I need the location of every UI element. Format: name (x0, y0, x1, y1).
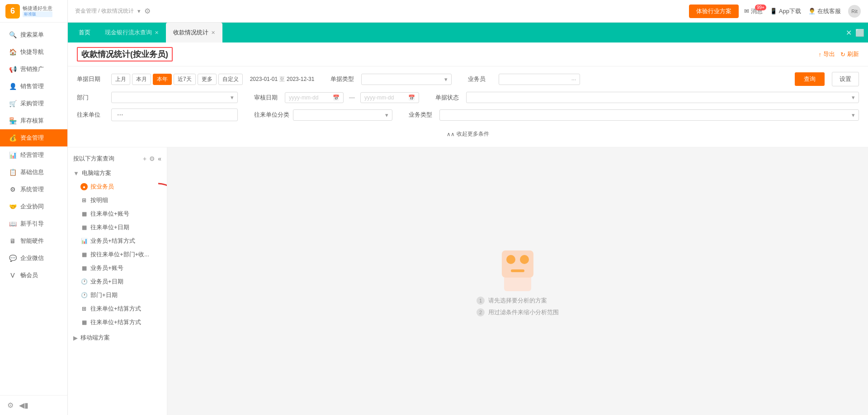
messages-btn[interactable]: ✉ 消息 99+ (744, 7, 763, 15)
breadcrumb-dropdown-icon[interactable]: ▾ (137, 8, 141, 14)
settings-bottom-icon[interactable]: ⚙ (7, 401, 14, 410)
refresh-btn[interactable]: ↻ 刷新 (840, 50, 859, 58)
scheme-item-dept-date[interactable]: 🕐 部门+日期 (68, 288, 167, 302)
biz-type-select[interactable]: ▾ (439, 109, 859, 121)
detail-scheme-icon: ⊞ (80, 197, 88, 204)
scheme-item-salesperson-settlement[interactable]: 📊 业务员+结算方式 (68, 234, 167, 248)
sidebar-item-enterprise[interactable]: 🤝 企业协同 (0, 198, 67, 215)
sidebar-item-basic[interactable]: 📋 基础信息 (0, 164, 67, 181)
sidebar-nav: 🔍 搜索菜单 🏠 快捷导航 📢 营销推广 👤 销售管理 🛒 采购管理 🏪 库存核… (0, 23, 67, 395)
scheme-item-salesperson-account[interactable]: ▦ 业务员+账号 (68, 261, 167, 275)
home-icon: 🏠 (9, 48, 17, 56)
vip-icon: V (9, 271, 17, 279)
tab-bank[interactable]: 现金银行流水查询 ✕ (98, 23, 166, 42)
collapse-sidebar-icon[interactable]: ◀▮ (19, 401, 28, 410)
online-service-btn[interactable]: 👨‍💼 在线客服 (808, 7, 841, 15)
sidebar-item-wechat[interactable]: 💬 企业微信 (0, 250, 67, 267)
collapse-bar[interactable]: ∧∧ 收起更多条件 (77, 127, 859, 141)
partner-select[interactable]: ··· (111, 108, 238, 121)
sidebar-item-sales[interactable]: 👤 销售管理 (0, 78, 67, 95)
service-icon: 👨‍💼 (808, 8, 816, 14)
inventory-icon: 🏪 (9, 117, 17, 125)
scheme-item-partner-account[interactable]: ▦ 往来单位+账号 (68, 207, 167, 221)
salesperson-settlement-icon: 📊 (80, 237, 88, 245)
date-btn-custom[interactable]: 自定义 (218, 74, 243, 85)
doc-status-select[interactable]: ▾ (466, 92, 859, 103)
pc-scheme-section: ▼ 电脑端方案 ● 按业务员 ⊞ 按明细 ▦ 往来单位+账号 (68, 166, 167, 329)
biz-type-label: 业务类型 (409, 111, 436, 119)
page-header: 收款情况统计(按业务员) ↑ 导出 ↻ 刷新 (68, 42, 868, 66)
query-btn[interactable]: 查询 (795, 72, 825, 86)
guide-icon: 📖 (9, 220, 17, 228)
sidebar-item-hardware[interactable]: 🖥 智能硬件 (0, 232, 67, 250)
scheme-item-partner-settle1[interactable]: ⊞ 往来单位+结算方式 (68, 302, 167, 316)
logo-area: 6 畅捷通好生意 标准版 (0, 0, 67, 23)
topbar-settings-icon[interactable]: ⚙ (144, 7, 151, 15)
doc-type-arrow-icon: ▾ (444, 76, 448, 83)
tab-bank-close[interactable]: ✕ (155, 30, 159, 36)
sidebar-item-marketing[interactable]: 📢 营销推广 (0, 61, 67, 78)
export-btn[interactable]: ↑ 导出 (819, 50, 835, 58)
sidebar-item-vip[interactable]: V 畅会员 (0, 267, 67, 284)
partner-cat-label: 往来单位分类 (254, 111, 289, 119)
active-scheme-dot: ● (80, 183, 88, 190)
department-label: 部门 (77, 94, 104, 102)
tabbar: 首页 现金银行流水查询 ✕ 收款情况统计 ✕ ✕ ⬜ (68, 23, 868, 42)
department-select[interactable]: ▾ (111, 92, 238, 103)
sidebar-item-operation[interactable]: 📊 经营管理 (0, 146, 67, 164)
salesperson-group: 业务员 ··· (468, 74, 580, 85)
date-btn-this-month[interactable]: 本月 (132, 74, 151, 85)
tab-close-window-icon[interactable]: ✕ (846, 28, 852, 37)
partner-cat-select[interactable]: ▾ (293, 109, 392, 121)
sidebar-item-system[interactable]: ⚙ 系统管理 (0, 181, 67, 198)
scheme-item-detail[interactable]: ⊞ 按明细 (68, 193, 167, 207)
partner-more-icon[interactable]: ··· (117, 111, 123, 119)
user-avatar[interactable]: Rit (848, 5, 861, 18)
sidebar-item-search[interactable]: 🔍 搜索菜单 (0, 26, 67, 43)
sidebar: 6 畅捷通好生意 标准版 🔍 搜索菜单 🏠 快捷导航 📢 营销推广 👤 销售管理… (0, 0, 68, 415)
scheme-item-salesperson[interactable]: ● 按业务员 (68, 180, 167, 193)
page-content: 收款情况统计(按业务员) ↑ 导出 ↻ 刷新 单据日期 上月 本月 (68, 42, 868, 415)
empty-step-1: 1 请先选择要分析的方案 (476, 297, 559, 305)
scheme-settings-btn[interactable]: ⚙ (149, 155, 155, 162)
step-num-2: 2 (476, 308, 485, 316)
tab-maximize-icon[interactable]: ⬜ (855, 28, 864, 37)
collapse-panel-btn[interactable]: « (158, 155, 161, 162)
sidebar-item-guide[interactable]: 📖 新手引导 (0, 215, 67, 232)
logo-text: 畅捷通好生意 标准版 (23, 5, 52, 18)
marketing-icon: 📢 (9, 65, 17, 73)
dept-date-icon: 🕐 (80, 292, 88, 299)
biz-type-arrow-icon: ▾ (852, 112, 855, 118)
partner-dept-icon: ▦ (80, 251, 88, 258)
pc-scheme-header[interactable]: ▼ 电脑端方案 (68, 166, 167, 180)
sidebar-item-finance[interactable]: 💰 资金管理 (0, 129, 67, 146)
date-btn-7days[interactable]: 近7天 (174, 74, 196, 85)
settings-btn[interactable]: 设置 (832, 72, 859, 86)
scheme-item-partner-date[interactable]: ▦ 往来单位+日期 (68, 221, 167, 234)
scheme-item-salesperson-date[interactable]: 🕐 业务员+日期 (68, 275, 167, 288)
tab-home[interactable]: 首页 (71, 23, 98, 42)
add-scheme-btn[interactable]: + (143, 155, 146, 162)
sidebar-item-inventory[interactable]: 🏪 库存核算 (0, 112, 67, 129)
partner-settle2-icon: ▦ (80, 319, 88, 326)
sidebar-item-quicknav[interactable]: 🏠 快捷导航 (0, 43, 67, 61)
salesperson-select[interactable]: ··· (499, 74, 580, 85)
date-btn-this-year[interactable]: 本年 (153, 74, 172, 85)
trial-btn[interactable]: 体验行业方案 (689, 5, 739, 18)
scheme-item-partner-settle2[interactable]: ▦ 往来单位+结算方式 (68, 316, 167, 329)
app-download-btn[interactable]: 📱 App下载 (770, 7, 801, 15)
salesperson-account-icon: ▦ (80, 264, 88, 272)
doc-type-select[interactable]: ▾ (361, 74, 452, 85)
date-btn-more[interactable]: 更多 (198, 74, 217, 85)
mobile-scheme-header[interactable]: ▶ 移动端方案 (68, 331, 167, 344)
salesperson-more-icon[interactable]: ··· (571, 76, 576, 83)
scheme-item-partner-dept-collect[interactable]: ▦ 按往来单位+部门+收... (68, 248, 167, 261)
refresh-icon: ↻ (840, 51, 845, 58)
tab-collection-close[interactable]: ✕ (211, 30, 215, 36)
review-date-from[interactable]: yyyy-mm-dd 📅 (285, 92, 344, 103)
filter-row-3: 往来单位 ··· 往来单位分类 ▾ 业务类型 ▾ (77, 108, 859, 121)
date-btn-last-month[interactable]: 上月 (111, 74, 130, 85)
review-date-to[interactable]: yyyy-mm-dd 📅 (360, 92, 419, 103)
sidebar-item-purchase[interactable]: 🛒 采购管理 (0, 95, 67, 112)
tab-collection[interactable]: 收款情况统计 ✕ (166, 23, 222, 42)
